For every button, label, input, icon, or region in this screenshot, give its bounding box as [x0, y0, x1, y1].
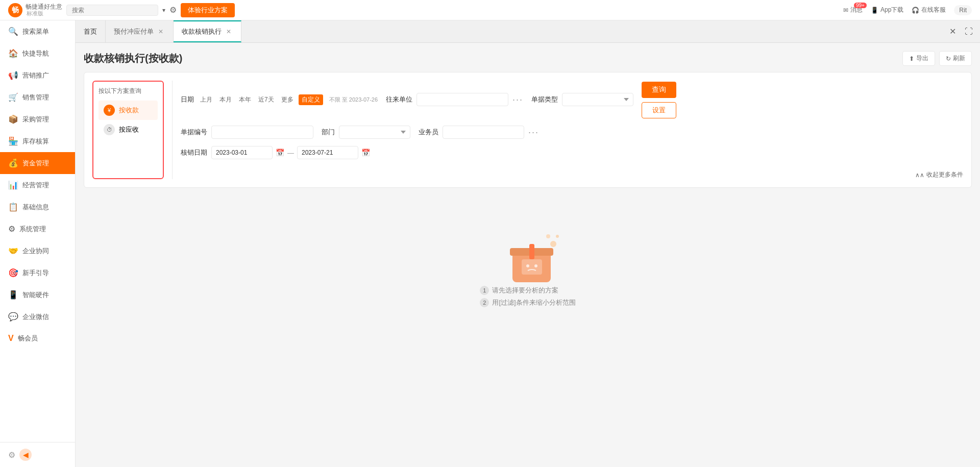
- industry-button[interactable]: 体验行业方案: [181, 3, 235, 17]
- sidebar-item-operations[interactable]: 📊 经营管理: [0, 174, 75, 196]
- filter-option-by-receivable[interactable]: ⏱ 按应收: [99, 120, 158, 139]
- message-badge: 99+: [854, 3, 867, 8]
- sidebar-item-hardware[interactable]: 📱 智能硬件: [0, 284, 75, 306]
- gear-icon[interactable]: ⚙: [169, 5, 177, 15]
- tab-bar: 首页 预付冲应付单 ✕ 收款核销执行 ✕ ✕ ⛶: [76, 20, 980, 43]
- doc-no-input[interactable]: [211, 126, 313, 139]
- tab-expand-button[interactable]: ⛶: [962, 24, 976, 39]
- filter-row-1: 日期 上月 本月 本年 近7天 更多 自定义 不限 至 2023-07-26: [181, 81, 963, 118]
- user-profile[interactable]: Rit: [954, 5, 972, 15]
- svg-rect-6: [522, 259, 542, 275]
- sidebar-item-guide[interactable]: 🎯 新手引导: [0, 262, 75, 284]
- operations-icon: 📊: [8, 180, 18, 190]
- sidebar-item-sales[interactable]: 🛒 销售管理: [0, 86, 75, 108]
- sidebar-label-operations: 经营管理: [22, 181, 49, 190]
- tab-prepay[interactable]: 预付冲应付单 ✕: [106, 20, 174, 42]
- sidebar-item-wechat[interactable]: 💬 企业微信: [0, 306, 75, 328]
- doc-type-select[interactable]: [562, 93, 633, 106]
- app-download-button[interactable]: 📱 App下载: [871, 6, 903, 14]
- svg-point-8: [534, 264, 537, 267]
- doc-type-field: 单据类型: [531, 93, 633, 106]
- sidebar-label-marketing: 营销推广: [22, 71, 49, 80]
- dept-label: 部门: [322, 128, 335, 137]
- inventory-icon: 🏪: [8, 136, 18, 146]
- date-shortcut-last-month[interactable]: 上月: [198, 94, 214, 105]
- date-shortcut-this-month[interactable]: 本月: [217, 94, 234, 105]
- tab-receive[interactable]: 收款核销执行 ✕: [174, 20, 241, 42]
- filter-fields: 日期 上月 本月 本年 近7天 更多 自定义 不限 至 2023-07-26: [181, 81, 963, 179]
- tab-home[interactable]: 首页: [76, 20, 106, 42]
- sidebar-item-purchase[interactable]: 📦 采购管理: [0, 108, 75, 130]
- tab-close-all-button[interactable]: ✕: [945, 24, 960, 39]
- sidebar-item-system[interactable]: ⚙ 系统管理: [0, 218, 75, 240]
- empty-hint-1: 1 请先选择要分析的方案: [480, 286, 575, 295]
- empty-hint-2: 2 用[过滤]条件来缩小分析范围: [480, 298, 575, 307]
- query-button[interactable]: 查询: [642, 82, 676, 98]
- sidebar-item-member[interactable]: V 畅会员: [0, 328, 75, 349]
- message-button[interactable]: ✉ 消息 99+: [843, 6, 863, 14]
- brand-name: 畅捷通好生意: [26, 3, 62, 10]
- sidebar-collapse-button[interactable]: ◀: [19, 449, 32, 461]
- tab-prepay-close[interactable]: ✕: [157, 28, 165, 36]
- sidebar-label-enterprise: 企业协同: [22, 247, 49, 256]
- online-service-button[interactable]: 🎧 在线客服: [912, 6, 946, 14]
- writeoff-date-to-input[interactable]: [297, 146, 358, 159]
- refresh-button[interactable]: ↻ 刷新: [939, 51, 972, 66]
- sidebar-item-funds[interactable]: 💰 资金管理: [0, 152, 75, 174]
- sidebar-label-system: 系统管理: [19, 225, 46, 234]
- calendar-from-icon[interactable]: 📅: [276, 149, 284, 157]
- date-shortcut-7days[interactable]: 近7天: [256, 94, 276, 105]
- tab-prepay-label: 预付冲应付单: [114, 27, 154, 36]
- counterpart-input[interactable]: [416, 93, 508, 106]
- sidebar-settings-icon[interactable]: ⚙: [8, 450, 15, 460]
- date-shortcut-this-year[interactable]: 本年: [237, 94, 253, 105]
- counterpart-dots[interactable]: ···: [512, 95, 523, 104]
- collapse-label: 收起更多条件: [926, 170, 963, 179]
- sidebar-item-inventory[interactable]: 🏪 库存核算: [0, 130, 75, 152]
- empty-state: 1 请先选择要分析的方案 2 用[过滤]条件来缩小分析范围: [84, 188, 972, 348]
- guide-icon: 🎯: [8, 268, 18, 278]
- brand-edition: 标准版: [27, 10, 62, 17]
- date-shortcut-custom[interactable]: 自定义: [299, 94, 323, 105]
- writeoff-date-from-input[interactable]: [211, 146, 273, 159]
- counterpart-field: 往来单位 ···: [386, 93, 523, 106]
- employee-input[interactable]: [443, 126, 524, 139]
- counterpart-label: 往来单位: [386, 95, 412, 104]
- filter-settings-button[interactable]: 设置: [642, 102, 676, 118]
- search-input[interactable]: [66, 5, 158, 16]
- doc-type-label: 单据类型: [531, 95, 558, 104]
- receivable-option-label: 按应收: [119, 125, 139, 134]
- sidebar-item-basic[interactable]: 📋 基础信息: [0, 196, 75, 218]
- date-shortcut-more[interactable]: 更多: [279, 94, 296, 105]
- sidebar-bottom: ⚙ ◀: [0, 442, 75, 467]
- filter-option-by-receipt[interactable]: ¥ 按收款: [99, 101, 158, 120]
- sidebar-item-marketing[interactable]: 📢 营销推广: [0, 64, 75, 86]
- collapse-icon: ∧∧: [915, 171, 924, 179]
- calendar-to-icon[interactable]: 📅: [361, 149, 370, 157]
- sidebar-item-search-menu[interactable]: 🔍 搜索菜单: [0, 20, 75, 42]
- tab-home-label: 首页: [84, 27, 97, 36]
- main-layout: 🔍 搜索菜单 🏠 快捷导航 📢 营销推广 🛒 销售管理 📦 采购管理 🏪 库存核…: [0, 20, 980, 467]
- dropdown-trigger[interactable]: ▾: [162, 7, 165, 14]
- export-button[interactable]: ⬆ 导出: [902, 51, 935, 66]
- sidebar-item-quick-nav[interactable]: 🏠 快捷导航: [0, 42, 75, 64]
- filter-panel-title: 按以下方案查询: [99, 87, 158, 95]
- dept-select[interactable]: [339, 126, 410, 139]
- refresh-label: 刷新: [953, 54, 965, 63]
- svg-rect-5: [529, 244, 534, 259]
- funds-icon: 💰: [8, 158, 18, 168]
- employee-dots[interactable]: ···: [528, 128, 539, 137]
- collapse-more-button[interactable]: ∧∧ 收起更多条件: [181, 170, 963, 179]
- writeoff-date-label: 核销日期: [181, 148, 207, 157]
- hint-text-1: 请先选择要分析的方案: [492, 286, 558, 295]
- sidebar-item-enterprise[interactable]: 🤝 企业协同: [0, 240, 75, 262]
- svg-point-1: [550, 241, 556, 247]
- date-range-separator: —: [287, 149, 294, 157]
- tab-receive-close[interactable]: ✕: [225, 28, 233, 36]
- enterprise-icon: 🤝: [8, 246, 18, 256]
- marketing-icon: 📢: [8, 70, 18, 80]
- query-actions: 查询 设置: [642, 81, 676, 118]
- top-bar-mid: ▾ ⚙ 体验行业方案: [66, 3, 839, 17]
- sidebar-label-purchase: 采购管理: [22, 115, 49, 124]
- svg-point-7: [526, 264, 529, 267]
